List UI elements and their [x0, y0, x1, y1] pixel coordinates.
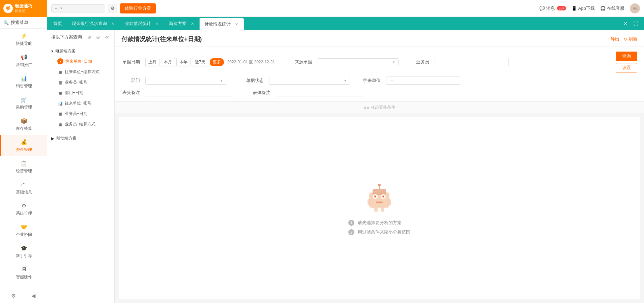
collapse-bar[interactable]: ∧∧ 收起更多条件 [115, 101, 644, 113]
date-btn-more[interactable]: 更多 [210, 58, 224, 66]
capital-icon: 💰 [20, 138, 28, 146]
date-btn-this-year[interactable]: 本年 [176, 58, 191, 66]
sidebar-item-label: 系统管理 [16, 211, 32, 216]
tab-receipt-stats[interactable]: 收款情况统计 ✕ [120, 17, 164, 30]
partner-select[interactable]: ··· [386, 77, 460, 85]
refresh-button[interactable]: ↻ 刷新 [623, 36, 637, 42]
sidebar-nav: ⚡ 快捷导航 📢 营销推广 📊 销售管理 🛒 采购管理 📦 库存核算 💰 资金管… [0, 29, 47, 288]
messages-badge: 99+ [557, 6, 566, 10]
tree-pc-label: 电脑端方案 [55, 48, 76, 54]
collapse-up-icon: ∧∧ [363, 105, 370, 110]
tab-receipt-stats-close-icon[interactable]: ✕ [154, 21, 159, 26]
sidebar-item-hardware[interactable]: 🖥 智能硬件 [0, 262, 47, 283]
sidebar-item-label: 基础信息 [16, 189, 32, 195]
empty-tip-1: 1 请先选择要分析的方案 [348, 220, 410, 226]
tree-item-staff-settle[interactable]: ▦ 业务员+结算方式 [47, 119, 114, 129]
tree-item-unit-settle[interactable]: ▦ 往来单位+结算方式 [47, 67, 114, 77]
sidebar-item-purchase[interactable]: 🛒 采购管理 [0, 92, 47, 114]
date-btn-this-month[interactable]: 本月 [161, 58, 175, 66]
sidebar-footer: ⚙ ◀ [0, 288, 47, 303]
sidebar-item-capital[interactable]: 💰 资金管理 [0, 135, 47, 156]
collapse-panel-icon[interactable]: ≪ [104, 34, 110, 40]
export-button[interactable]: ↑ 导出 [607, 36, 620, 42]
sidebar-item-operation[interactable]: 📋 经营管理 [0, 156, 47, 177]
tab-new-plan-close-icon[interactable]: ✕ [190, 21, 195, 26]
search-icon: 🔍 [3, 20, 9, 25]
topbar-gear-button[interactable]: ⚙ [108, 4, 117, 13]
source-select[interactable]: ▾ [318, 58, 399, 66]
settings-plan-icon[interactable]: ⊕ [95, 34, 101, 40]
tab-close-all-icon[interactable]: ✕ [622, 20, 629, 27]
sidebar-item-wechat[interactable]: 💬 企业微信 [0, 283, 47, 288]
settings-footer-icon[interactable]: ⚙ [9, 292, 18, 300]
date-btn-7days[interactable]: 近7天 [192, 58, 208, 66]
page-header: 付款情况统计(往来单位+日期) ↑ 导出 ↻ 刷新 [115, 30, 644, 47]
basic-icon: 🗃 [20, 181, 28, 188]
online-service-label: 在线客服 [607, 5, 624, 11]
source-select-arrow-icon: ▾ [393, 60, 395, 64]
tree-item-unit-date-label: 往来单位+日期 [65, 59, 92, 64]
tab-payment-stats-label: 付款情况统计 [204, 21, 231, 27]
filter-settings-button[interactable]: 设置 [616, 63, 637, 72]
messages-button[interactable]: 💬 消息 99+ [539, 5, 566, 11]
user-avatar[interactable]: Rit [630, 3, 640, 13]
app-download-button[interactable]: 📱 App下载 [572, 5, 595, 11]
tree-item-staff-account[interactable]: ▦ 业务员+账号 [47, 77, 114, 88]
system-icon: ⚙ [20, 202, 28, 209]
tab-new-plan[interactable]: 新建方案 ✕ [164, 17, 200, 30]
sidebar-item-guide[interactable]: 🎓 新手引导 [0, 241, 47, 262]
tree-item-staff-date[interactable]: ▦ 业务员+日期 [47, 109, 114, 119]
tree-pc-title[interactable]: ▾ 电脑端方案 [47, 46, 114, 56]
main-content: ··· ▾ ⚙ 体验行业方案 💬 消息 99+ 📱 App下载 🎧 在线客服 R… [47, 0, 644, 303]
sidebar-item-sales[interactable]: 📊 销售管理 [0, 71, 47, 92]
topbar-left: ··· ▾ ⚙ 体验行业方案 [51, 3, 536, 13]
tab-payment-stats[interactable]: 付款情况统计 ✕ [200, 18, 244, 30]
search-menu[interactable]: 🔍 搜索菜单 [0, 17, 47, 29]
dept-select[interactable]: ▾ [145, 77, 226, 85]
tree-item-unit-date[interactable]: ● 往来单位+日期 [47, 56, 114, 67]
tree-mobile-title[interactable]: ▶ 移动端方案 [47, 133, 114, 143]
sidebar-item-system[interactable]: ⚙ 系统管理 [0, 199, 47, 220]
tree-mobile-section: ▶ 移动端方案 [47, 131, 114, 145]
tree-item-staff-account-label: 业务员+账号 [65, 80, 87, 85]
header-note-input[interactable] [145, 89, 233, 96]
filter-action-buttons: 查询 设置 [616, 52, 637, 72]
collapse-sidebar-icon[interactable]: ◀ [29, 292, 37, 300]
sidebar-item-inventory[interactable]: 📦 库存核算 [0, 114, 47, 135]
hardware-icon: 🖥 [20, 266, 28, 273]
sidebar-item-quick-nav[interactable]: ⚡ 快捷导航 [0, 29, 47, 50]
sidebar-item-enterprise[interactable]: 🤝 企业协同 [0, 220, 47, 241]
address-bar[interactable]: ··· ▾ [51, 4, 105, 12]
app-download-label: App下载 [578, 5, 595, 11]
tree-item-staff-settle-label: 业务员+结算方式 [65, 121, 95, 127]
unit-account-icon: 📊 [57, 101, 63, 106]
tree-item-dept-date[interactable]: ▦ 部门+日期 [47, 88, 114, 98]
tab-bank-flow[interactable]: 现金银行流水查询 ✕ [67, 17, 120, 30]
messages-label: 消息 [546, 5, 555, 11]
empty-tip-2: 2 用过滤条件来缩小分析范围 [348, 229, 410, 235]
tree-item-unit-account[interactable]: 📊 往来单位+账号 [47, 98, 114, 109]
date-btn-last-month[interactable]: 上月 [145, 58, 159, 66]
online-service-button[interactable]: 🎧 在线客服 [600, 5, 624, 11]
tab-payment-stats-close-icon[interactable]: ✕ [234, 22, 239, 27]
tab-home[interactable]: 首页 [49, 17, 67, 30]
staff-select[interactable]: ··· [435, 58, 509, 66]
topbar: ··· ▾ ⚙ 体验行业方案 💬 消息 99+ 📱 App下载 🎧 在线客服 R… [47, 0, 644, 17]
unit-settle-icon: ▦ [57, 69, 63, 75]
tab-bank-flow-close-icon[interactable]: ✕ [110, 21, 115, 26]
sidebar-item-marketing[interactable]: 📢 营销推广 [0, 50, 47, 71]
sidebar-item-basic[interactable]: 🗃 基础信息 [0, 177, 47, 199]
staff-label: 业务员 [411, 59, 429, 65]
filter-row-3: 表头备注 表体备注 [121, 89, 637, 96]
body-note-input[interactable] [276, 89, 363, 96]
tip-text-2: 用过滤条件来缩小分析范围 [358, 229, 410, 235]
tab-expand-icon[interactable]: ⛶ [632, 20, 639, 27]
sidebar-item-label: 智能硬件 [16, 274, 32, 280]
trial-button[interactable]: 体验行业方案 [120, 3, 156, 13]
enterprise-icon: 🤝 [20, 223, 28, 231]
add-plan-icon[interactable]: ⊕ [86, 34, 93, 40]
query-button[interactable]: 查询 [616, 52, 637, 61]
staff-placeholder: ··· [438, 60, 505, 64]
sidebar-item-label: 快捷导航 [16, 41, 32, 47]
doc-status-select[interactable]: ▾ [269, 77, 350, 85]
